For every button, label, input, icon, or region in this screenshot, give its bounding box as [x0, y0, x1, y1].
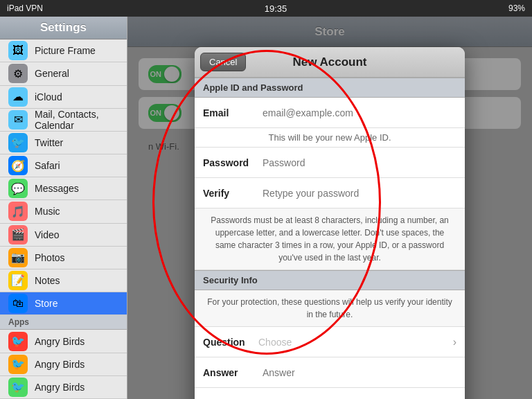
sidebar-item-general[interactable]: ⚙ General: [0, 62, 127, 85]
security-header-label: Security Info: [203, 275, 258, 285]
status-battery: 93%: [508, 3, 525, 13]
status-bar: iPad VPN 19:35 93%: [0, 0, 532, 17]
icloud-icon: ☁: [8, 87, 28, 107]
app-container: Settings 🖼 Picture Frame ⚙ General ☁ iCl…: [0, 17, 532, 399]
status-ipad: iPad VPN: [7, 3, 43, 13]
cancel-button[interactable]: Cancel: [200, 53, 246, 71]
video-icon: 🎬: [8, 225, 28, 245]
sidebar-label-picture-frame: Picture Frame: [35, 45, 96, 56]
question1-placeholder: Choose: [258, 337, 453, 348]
sidebar-label-video: Video: [35, 229, 60, 240]
mail-icon: ✉: [8, 110, 28, 130]
sidebar-header: Settings: [0, 17, 127, 39]
sidebar-item-angry2[interactable]: 🐦 Angry Birds: [0, 353, 127, 376]
sidebar: Settings 🖼 Picture Frame ⚙ General ☁ iCl…: [0, 17, 127, 399]
general-icon: ⚙: [8, 64, 28, 83]
email-input[interactable]: [258, 105, 456, 121]
answer1-input[interactable]: [258, 364, 456, 381]
sidebar-label-angry1: Angry Birds: [35, 336, 85, 347]
angry3-icon: 🐦: [8, 378, 28, 397]
verify-label: Verify: [203, 188, 258, 199]
sidebar-item-picture-frame[interactable]: 🖼 Picture Frame: [0, 39, 127, 62]
sidebar-item-twitter[interactable]: 🐦 Twitter: [0, 132, 127, 154]
chevron2-icon: ›: [453, 397, 456, 400]
answer1-label: Answer: [203, 367, 258, 378]
safari-icon: 🧭: [8, 156, 28, 175]
messages-icon: 💬: [8, 179, 28, 198]
apps-section-label: Apps: [8, 317, 29, 327]
security-subtext: For your protection, these questions wil…: [195, 290, 465, 327]
email-row: Email: [195, 98, 465, 128]
verify-input[interactable]: [258, 185, 456, 202]
main-panel: Store ON ON n Wi-Fi. Cance: [127, 17, 532, 399]
sidebar-label-icloud: iCloud: [35, 91, 62, 103]
security-section: Security Info For your protection, these…: [195, 270, 465, 399]
sidebar-item-safari[interactable]: 🧭 Safari: [0, 154, 127, 177]
sidebar-label-music: Music: [35, 206, 60, 217]
email-hint: This will be your new Apple ID.: [195, 128, 465, 148]
sidebar-label-notes: Notes: [35, 275, 60, 286]
sidebar-item-angry1[interactable]: 🐦 Angry Birds: [0, 330, 127, 353]
password-note-text: Passwords must be at least 8 characters,…: [211, 215, 449, 263]
email-hint-text: This will be your new Apple ID.: [268, 132, 391, 143]
password-note: Passwords must be at least 8 characters,…: [195, 209, 465, 270]
modal-overlay: Cancel New Account Apple ID and Password…: [127, 17, 532, 399]
store-icon: 🛍: [8, 294, 28, 313]
sidebar-label-angry2: Angry Birds: [35, 359, 85, 370]
sidebar-item-notes[interactable]: 📝 Notes: [0, 269, 127, 292]
sidebar-item-mail[interactable]: ✉ Mail, Contacts, Calendar: [0, 109, 127, 132]
apple-id-section-header: Apple ID and Password: [195, 78, 465, 98]
photos-icon: 📷: [8, 248, 28, 267]
sidebar-item-video[interactable]: 🎬 Video: [0, 224, 127, 247]
status-left: iPad VPN: [7, 3, 43, 13]
password-input[interactable]: [258, 154, 456, 171]
sidebar-label-safari: Safari: [35, 160, 60, 171]
email-label: Email: [203, 107, 258, 118]
sidebar-item-messages[interactable]: 💬 Messages: [0, 177, 127, 200]
status-time: 19:35: [265, 3, 287, 14]
apple-id-section: Apple ID and Password Email This will be…: [195, 78, 465, 270]
sidebar-label-messages: Messages: [35, 183, 79, 194]
modal-title: New Account: [292, 55, 366, 69]
sidebar-label-general: General: [35, 68, 69, 79]
new-account-modal: Cancel New Account Apple ID and Password…: [195, 47, 465, 399]
security-subtext-content: For your protection, these questions wil…: [207, 297, 452, 319]
sidebar-item-store[interactable]: 🛍 Store: [0, 292, 127, 315]
question2-row[interactable]: Question Choose ›: [195, 388, 465, 399]
password-label: Password: [203, 157, 258, 168]
security-section-header: Security Info: [195, 270, 465, 290]
password-row: Password: [195, 148, 465, 178]
sidebar-item-music[interactable]: 🎵 Music: [0, 200, 127, 223]
notes-icon: 📝: [8, 271, 28, 290]
music-icon: 🎵: [8, 202, 28, 221]
apps-section-header: Apps: [0, 315, 127, 330]
question1-label: Question: [203, 337, 258, 348]
modal-title-bar: Cancel New Account: [195, 47, 465, 78]
sidebar-label-angry3: Angry Birds: [35, 382, 85, 393]
answer1-row: Answer: [195, 357, 465, 388]
sidebar-item-icloud[interactable]: ☁ iCloud: [0, 86, 127, 109]
question1-row[interactable]: Question Choose ›: [195, 327, 465, 357]
apple-id-header-label: Apple ID and Password: [203, 82, 303, 93]
sidebar-label-store: Store: [35, 298, 57, 309]
chevron1-icon: ›: [453, 336, 456, 348]
sidebar-item-photos[interactable]: 📷 Photos: [0, 247, 127, 269]
sidebar-label-photos: Photos: [35, 252, 65, 263]
angry1-icon: 🐦: [8, 332, 28, 351]
verify-row: Verify: [195, 178, 465, 209]
twitter-icon: 🐦: [8, 133, 28, 152]
sidebar-label-mail: Mail, Contacts, Calendar: [35, 109, 118, 131]
sidebar-item-angry3[interactable]: 🐦 Angry Birds: [0, 376, 127, 399]
sidebar-label-twitter: Twitter: [35, 137, 63, 148]
picture-frame-icon: 🖼: [8, 41, 28, 60]
angry2-icon: 🐦: [8, 355, 28, 374]
sidebar-title: Settings: [40, 21, 87, 35]
